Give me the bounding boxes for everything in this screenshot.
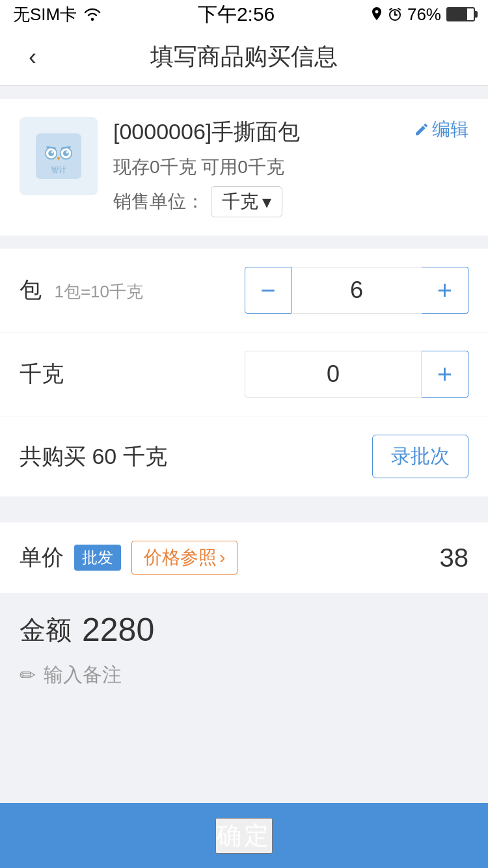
- note-icon: ✏: [20, 664, 36, 686]
- product-logo: 智计: [36, 133, 81, 179]
- status-right: 76%: [371, 5, 475, 25]
- svg-point-8: [51, 151, 54, 154]
- product-image: 智计: [20, 117, 98, 195]
- svg-point-9: [66, 151, 68, 154]
- price-value: 38: [440, 543, 469, 573]
- price-tag: 批发: [74, 545, 121, 571]
- svg-point-6: [48, 150, 54, 156]
- status-left: 无SIM卡: [13, 3, 102, 26]
- quantity-hint-bao: 1包=10千克: [54, 282, 143, 301]
- quantity-input-kg[interactable]: [245, 351, 422, 398]
- total-row: 共购买 60 千克 录批次: [0, 416, 488, 496]
- battery-icon: [446, 7, 475, 21]
- quantity-label-bao: 包 1包=10千克: [20, 275, 245, 305]
- price-label: 单价: [20, 543, 64, 573]
- divider-1: [0, 236, 488, 249]
- page-title: 填写商品购买信息: [150, 41, 338, 73]
- quantity-section: 包 1包=10千克 − + 千克 +: [0, 249, 488, 416]
- status-bar: 无SIM卡 下午2:56 76%: [0, 0, 488, 29]
- svg-text:智计: 智计: [51, 165, 66, 174]
- amount-value: 2280: [82, 611, 154, 649]
- price-row: 单价 批发 价格参照 › 38: [20, 541, 468, 575]
- quantity-control-bao: − +: [245, 267, 468, 314]
- quantity-control-kg: +: [245, 351, 468, 398]
- amount-row: 金额 2280: [20, 611, 468, 649]
- decrease-bao-button[interactable]: −: [245, 267, 291, 314]
- price-section: 单价 批发 价格参照 › 38: [0, 522, 488, 593]
- carrier-label: 无SIM卡: [13, 3, 77, 26]
- product-stock: 现存0千克 可用0千克: [113, 155, 468, 180]
- note-placeholder: 输入备注: [44, 662, 122, 688]
- svg-point-7: [63, 150, 69, 156]
- wifi-icon: [83, 8, 102, 21]
- quantity-input-bao[interactable]: [291, 267, 422, 314]
- total-label: 共购买 60 千克: [20, 442, 167, 472]
- amount-section: 金额 2280 ✏ 输入备注: [0, 593, 488, 699]
- product-name: [0000006]手撕面包: [113, 117, 300, 147]
- quantity-label-kg: 千克: [20, 359, 245, 389]
- dropdown-arrow-icon: ▾: [262, 191, 271, 213]
- alarm-icon: [388, 7, 402, 21]
- edit-icon: [414, 122, 429, 137]
- price-ref-arrow-icon: ›: [219, 547, 225, 568]
- quantity-row-kg: 千克 +: [0, 332, 488, 416]
- product-info: [0000006]手撕面包 编辑 现存0千克 可用0千克 销售单位： 千克 ▾: [113, 117, 468, 217]
- confirm-button[interactable]: 确定: [215, 818, 273, 854]
- record-batch-button[interactable]: 录批次: [372, 435, 468, 478]
- status-time: 下午2:56: [198, 1, 275, 28]
- confirm-bar: 确定: [0, 803, 488, 868]
- note-row[interactable]: ✏ 输入备注: [20, 662, 468, 688]
- product-card: 智计 [0000006]手撕面包 编辑 现存0千克 可用0千克 销售单位： 千克…: [0, 99, 488, 236]
- location-icon: [371, 7, 383, 21]
- increase-kg-button[interactable]: +: [422, 351, 468, 398]
- divider-2: [0, 496, 488, 509]
- product-header: [0000006]手撕面包 编辑: [113, 117, 468, 147]
- price-ref-button[interactable]: 价格参照 ›: [131, 541, 237, 575]
- back-button[interactable]: ‹: [18, 43, 47, 72]
- edit-button[interactable]: 编辑: [414, 117, 468, 142]
- increase-bao-button[interactable]: +: [422, 267, 468, 314]
- unit-select[interactable]: 千克 ▾: [211, 186, 282, 217]
- product-unit: 销售单位： 千克 ▾: [113, 186, 468, 217]
- amount-label: 金额: [20, 612, 72, 648]
- nav-bar: ‹ 填写商品购买信息: [0, 29, 488, 86]
- battery-percent: 76%: [407, 5, 441, 25]
- quantity-row-bao: 包 1包=10千克 − +: [0, 249, 488, 332]
